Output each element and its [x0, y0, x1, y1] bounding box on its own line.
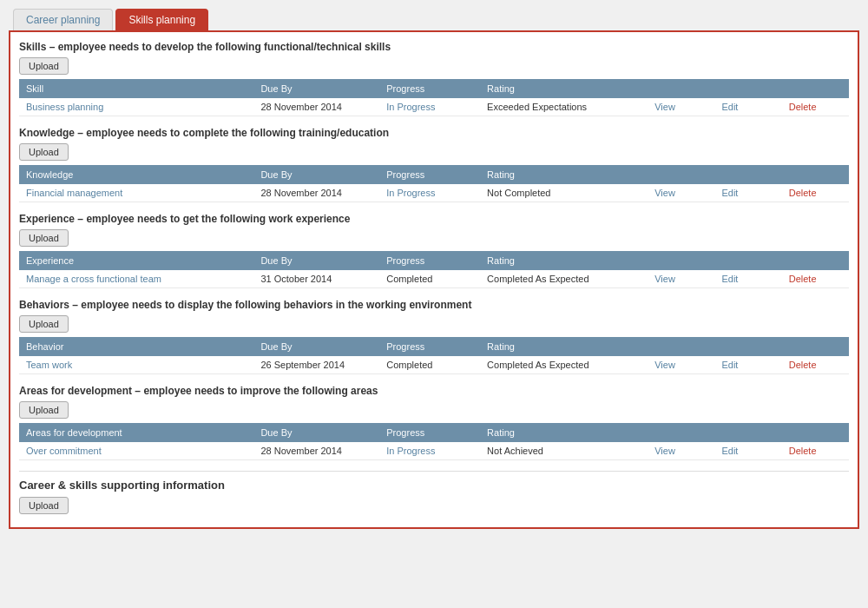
- skills-col-rating: Rating: [480, 79, 648, 98]
- knowledge-table: Knowledge Due By Progress Rating Financi…: [19, 165, 849, 202]
- skills-row-progress: In Progress: [379, 98, 480, 116]
- page-wrapper: Career planning Skills planning Skills –…: [0, 0, 868, 608]
- areas-col-progress: Progress: [379, 423, 480, 442]
- section-knowledge: Knowledge – employee needs to complete t…: [19, 127, 849, 202]
- skills-table: Skill Due By Progress Rating Business pl…: [19, 79, 849, 116]
- areas-col-delete: [782, 423, 849, 442]
- knowledge-col-knowledge: Knowledge: [19, 165, 253, 184]
- experience-col-rating: Rating: [480, 251, 648, 270]
- tab-skills-planning[interactable]: Skills planning: [115, 9, 208, 30]
- experience-row-delete[interactable]: Delete: [789, 274, 817, 284]
- skills-col-dueby: Due By: [253, 79, 379, 98]
- experience-col-progress: Progress: [379, 251, 480, 270]
- areas-row-progress: In Progress: [379, 442, 480, 460]
- knowledge-row-view[interactable]: View: [654, 188, 675, 198]
- behaviors-col-delete: [782, 337, 849, 356]
- table-row: Manage a cross functional team 31 Octobe…: [19, 270, 849, 288]
- tab-career-planning[interactable]: Career planning: [13, 9, 113, 30]
- areas-col-area: Areas for development: [19, 423, 253, 442]
- behaviors-row-dueby: 26 September 2014: [253, 356, 379, 374]
- areas-col-edit: [714, 423, 781, 442]
- behaviors-upload-button[interactable]: Upload: [19, 315, 69, 333]
- experience-row-edit[interactable]: Edit: [721, 274, 738, 284]
- skills-row-delete[interactable]: Delete: [789, 102, 817, 112]
- behaviors-row-progress: Completed: [379, 356, 480, 374]
- section-behaviors: Behaviors – employee needs to display th…: [19, 299, 849, 374]
- tab-bar: Career planning Skills planning: [9, 9, 859, 30]
- knowledge-col-rating: Rating: [480, 165, 648, 184]
- experience-row-progress: Completed: [379, 270, 480, 288]
- main-content: Skills – employee needs to develop the f…: [9, 30, 859, 529]
- experience-col-delete: [782, 251, 849, 270]
- experience-col-edit: [714, 251, 781, 270]
- table-row: Business planning 28 November 2014 In Pr…: [19, 98, 849, 116]
- footer-title: Career & skills supporting information: [19, 479, 849, 492]
- behaviors-col-dueby: Due By: [253, 337, 379, 356]
- knowledge-col-delete: [782, 165, 849, 184]
- behaviors-row-edit[interactable]: Edit: [721, 360, 738, 370]
- section-areas-development: Areas for development – employee needs t…: [19, 385, 849, 460]
- knowledge-col-progress: Progress: [379, 165, 480, 184]
- areas-col-rating: Rating: [480, 423, 648, 442]
- skills-col-delete: [782, 79, 849, 98]
- behaviors-col-edit: [714, 337, 781, 356]
- behaviors-col-view: [648, 337, 714, 356]
- areas-section-title: Areas for development – employee needs t…: [19, 385, 849, 397]
- knowledge-row-delete[interactable]: Delete: [789, 188, 817, 198]
- behaviors-col-rating: Rating: [480, 337, 648, 356]
- skills-row-view[interactable]: View: [654, 102, 675, 112]
- skills-col-progress: Progress: [379, 79, 480, 98]
- skills-row-rating: Exceeded Expectations: [480, 98, 648, 116]
- areas-col-view: [648, 423, 714, 442]
- behaviors-col-behavior: Behavior: [19, 337, 253, 356]
- knowledge-row-progress: In Progress: [379, 184, 480, 202]
- behaviors-section-title: Behaviors – employee needs to display th…: [19, 299, 849, 311]
- table-row: Over commitment 28 November 2014 In Prog…: [19, 442, 849, 460]
- areas-row-edit[interactable]: Edit: [721, 446, 738, 456]
- skills-row-name[interactable]: Business planning: [26, 102, 103, 112]
- experience-table: Experience Due By Progress Rating Manage…: [19, 251, 849, 288]
- experience-upload-button[interactable]: Upload: [19, 229, 69, 247]
- skills-col-view: [648, 79, 714, 98]
- skills-row-dueby: 28 November 2014: [253, 98, 379, 116]
- knowledge-section-title: Knowledge – employee needs to complete t…: [19, 127, 849, 139]
- experience-section-title: Experience – employee needs to get the f…: [19, 213, 849, 225]
- footer-upload-button[interactable]: Upload: [19, 497, 69, 514]
- experience-col-experience: Experience: [19, 251, 253, 270]
- knowledge-row-dueby: 28 November 2014: [253, 184, 379, 202]
- skills-row-edit[interactable]: Edit: [721, 102, 738, 112]
- knowledge-row-name[interactable]: Financial management: [26, 188, 122, 198]
- knowledge-row-edit[interactable]: Edit: [721, 188, 738, 198]
- skills-col-skill: Skill: [19, 79, 253, 98]
- section-experience: Experience – employee needs to get the f…: [19, 213, 849, 288]
- experience-row-view[interactable]: View: [654, 274, 675, 284]
- experience-col-view: [648, 251, 714, 270]
- knowledge-upload-button[interactable]: Upload: [19, 143, 69, 161]
- experience-row-rating: Completed As Expected: [480, 270, 648, 288]
- knowledge-row-rating: Not Completed: [480, 184, 648, 202]
- behaviors-table: Behavior Due By Progress Rating Team wor…: [19, 337, 849, 374]
- skills-upload-button[interactable]: Upload: [19, 57, 69, 75]
- areas-upload-button[interactable]: Upload: [19, 401, 69, 419]
- areas-row-dueby: 28 November 2014: [253, 442, 379, 460]
- skills-col-edit: [714, 79, 781, 98]
- behaviors-row-view[interactable]: View: [654, 360, 675, 370]
- table-row: Financial management 28 November 2014 In…: [19, 184, 849, 202]
- areas-row-name[interactable]: Over commitment: [26, 446, 102, 456]
- behaviors-row-name[interactable]: Team work: [26, 360, 72, 370]
- behaviors-row-delete[interactable]: Delete: [789, 360, 817, 370]
- experience-col-dueby: Due By: [253, 251, 379, 270]
- experience-row-dueby: 31 October 2014: [253, 270, 379, 288]
- knowledge-col-view: [648, 165, 714, 184]
- areas-row-delete[interactable]: Delete: [789, 446, 817, 456]
- experience-row-name[interactable]: Manage a cross functional team: [26, 274, 161, 284]
- knowledge-col-edit: [714, 165, 781, 184]
- behaviors-row-rating: Completed As Expected: [480, 356, 648, 374]
- areas-table: Areas for development Due By Progress Ra…: [19, 423, 849, 460]
- areas-col-dueby: Due By: [253, 423, 379, 442]
- table-row: Team work 26 September 2014 Completed Co…: [19, 356, 849, 374]
- section-skills: Skills – employee needs to develop the f…: [19, 41, 849, 116]
- behaviors-col-progress: Progress: [379, 337, 480, 356]
- areas-row-view[interactable]: View: [654, 446, 675, 456]
- areas-row-rating: Not Achieved: [480, 442, 648, 460]
